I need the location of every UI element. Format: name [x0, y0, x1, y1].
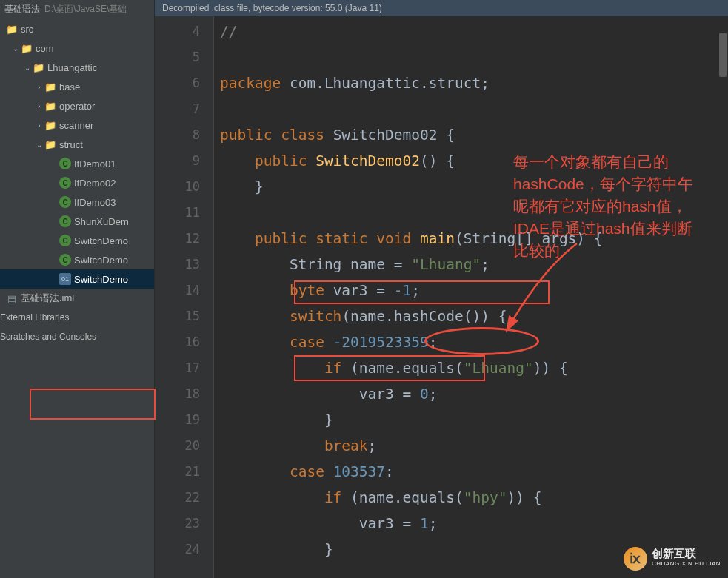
chevron-right-icon: ›: [36, 102, 43, 110]
chevron-down-icon: ⌄: [24, 64, 31, 71]
folder-icon: 📁: [44, 139, 56, 150]
tree-external-libraries[interactable]: External Libraries: [0, 308, 154, 327]
decompile-status-bar: Decompiled .class file, bytecode version…: [155, 0, 728, 16]
folder-icon: 📁: [44, 101, 56, 112]
line-gutter: 4 5 6 7 8 9 10 11 12 13 14 15 16 17 18 1…: [155, 16, 214, 578]
tree-folder-operator[interactable]: ›📁operator: [0, 96, 154, 115]
project-path: D:\桌面\JavaSE\基础: [44, 3, 127, 16]
editor-main: Decompiled .class file, bytecode version…: [155, 0, 728, 578]
folder-icon: 📁: [6, 24, 18, 35]
tree-class-shunxu[interactable]: CShunXuDem: [0, 212, 154, 231]
tree-iml-file[interactable]: ▤基础语法.iml: [0, 289, 154, 308]
class-icon: C: [59, 254, 71, 266]
tree-folder-scanner[interactable]: ›📁scanner: [0, 115, 154, 135]
iml-icon: ▤: [6, 292, 18, 304]
project-sidebar: 基础语法 D:\桌面\JavaSE\基础 📁src ⌄📁com ⌄📁Lhuang…: [0, 0, 155, 578]
annotation-text: 每一个对象都有自己的 hashCode，每个字符中午 呢都有它对应的hash值，…: [513, 151, 721, 262]
chevron-right-icon: ›: [36, 83, 43, 90]
class-icon: C: [59, 235, 71, 246]
chevron-down-icon: ⌄: [12, 44, 19, 52]
tree-folder-base[interactable]: ›📁base: [0, 77, 154, 96]
folder-icon: 📁: [21, 43, 33, 54]
decompiled-icon: 01: [59, 273, 71, 285]
folder-icon: 📁: [44, 120, 56, 131]
scrollbar-thumb[interactable]: [719, 33, 727, 77]
project-tree[interactable]: 📁src ⌄📁com ⌄📁Lhuangattic ›📁base ›📁operat…: [0, 18, 154, 578]
folder-icon: 📁: [33, 62, 44, 73]
chevron-down-icon: ⌄: [36, 141, 43, 148]
watermark-logo-icon: ⅸ: [624, 547, 647, 571]
folder-icon: 📁: [44, 81, 56, 93]
tree-class-ifdemo01[interactable]: CIfDemo01: [0, 154, 154, 173]
tree-class-ifdemo02[interactable]: CIfDemo02: [0, 173, 154, 192]
tree-class-switch1[interactable]: CSwitchDemo: [0, 231, 154, 250]
chevron-right-icon: ›: [36, 121, 43, 129]
tree-scratches[interactable]: Scratches and Consoles: [0, 327, 154, 346]
tree-folder-lhuangattic[interactable]: ⌄📁Lhuangattic: [0, 58, 154, 77]
tree-class-switch2[interactable]: CSwitchDemo: [0, 250, 154, 269]
code-editor[interactable]: 4 5 6 7 8 9 10 11 12 13 14 15 16 17 18 1…: [155, 16, 728, 578]
project-name: 基础语法: [4, 3, 40, 16]
code-content[interactable]: // package com.Lhuangattic.struct; publi…: [214, 16, 728, 578]
tree-folder-struct[interactable]: ⌄📁struct: [0, 135, 154, 154]
tree-folder-com[interactable]: ⌄📁com: [0, 38, 154, 58]
tree-folder-src[interactable]: 📁src: [0, 19, 154, 38]
tree-class-switch3-selected[interactable]: 01SwitchDemo: [0, 269, 154, 289]
class-icon: C: [59, 158, 71, 169]
breadcrumb: 基础语法 D:\桌面\JavaSE\基础: [0, 0, 154, 18]
watermark: ⅸ 创新互联 CHUANG XIN HU LIAN: [624, 547, 721, 571]
tree-class-ifdemo03[interactable]: CIfDemo03: [0, 192, 154, 212]
class-icon: C: [59, 177, 71, 189]
class-icon: C: [59, 215, 71, 227]
class-icon: C: [59, 196, 71, 208]
